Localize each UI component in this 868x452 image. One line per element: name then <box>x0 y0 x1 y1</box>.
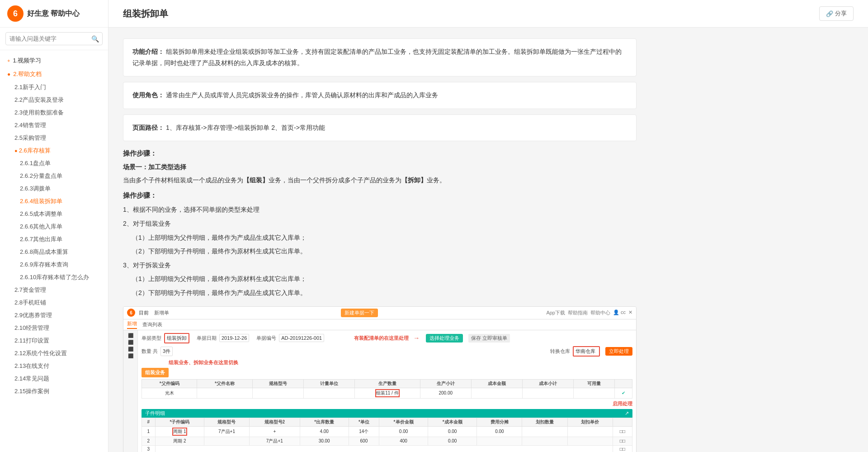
share-icon: 🔗 <box>826 10 833 17</box>
ltd-row1-4: 4.00 <box>300 426 349 437</box>
sidebar-item-finance[interactable]: 2.7资金管理 <box>0 284 108 296</box>
app-logo-sm: 6 <box>127 309 135 317</box>
ltd-row3-act: □□ <box>613 445 632 452</box>
role-label: 使用角色： <box>132 91 164 99</box>
path-label: 页面路径： <box>132 124 164 131</box>
sidebar-item-cases[interactable]: 2.15操作案例 <box>0 385 108 398</box>
sidebar-item-video[interactable]: + 1.视频学习 <box>0 54 108 67</box>
ltd-row2-6: 400 <box>379 437 428 445</box>
nav-tab-new[interactable]: 新增 <box>127 320 137 329</box>
center-icon: 帮助中心 <box>590 309 610 316</box>
expand-icon: ● <box>14 148 19 153</box>
lth-4: *出库数量 <box>300 418 349 426</box>
sidebar-item-purchase[interactable]: 2.5采购管理 <box>0 132 108 144</box>
nav-list: + 1.视频学习 ● 2.帮助文档 2.1新手入门 2.2产品安装及登录 2.3… <box>0 50 108 452</box>
app-icon: App下载 <box>546 309 565 316</box>
sidebar-item-2610[interactable]: 2.6.10库存账本错了怎么办 <box>0 271 108 284</box>
sidebar-item-data-prep[interactable]: 2.3使用前数据准备 <box>0 106 108 119</box>
scene1-heading: 场景一：加工类型选择 <box>123 163 637 171</box>
ltd-row1-2: 7产品+1 <box>204 426 249 437</box>
sidebar-item-faq[interactable]: 2.14常见问题 <box>0 372 108 385</box>
close-icon[interactable]: ✕ <box>628 309 632 316</box>
sidebar-item-coupon[interactable]: 2.9优惠券管理 <box>0 309 108 322</box>
app-body: ⬛ ⬛ ⬛ ⬛ 单据类型 组装拆卸 单据日期 2019-12-26 <box>123 330 636 452</box>
date-input[interactable]: 2019-12-26 <box>219 334 249 342</box>
extra-btn[interactable]: 保存 立即审核单 <box>468 334 510 343</box>
ltd-row2-1: 周期 2 <box>155 437 204 445</box>
sidebar-item-payment[interactable]: 2.13在线支付 <box>0 360 108 372</box>
search-input[interactable] <box>5 32 103 45</box>
table-row: 3 □□ <box>142 445 632 452</box>
sidebar-item-265[interactable]: 2.6.5成本调整单 <box>0 208 108 220</box>
sidebar-item-269[interactable]: 2.6.9库存账本查询 <box>0 258 108 271</box>
sidebar-item-267[interactable]: 2.6.7其他出库单 <box>0 233 108 246</box>
ops-section: 操作步骤： 场景一：加工类型选择 当由多个子件材料组装成一个成品的业务为【组装】… <box>123 149 637 299</box>
role-text: 通常由生产人员或库管人员完成拆装业务的操作，库管人员确认原材料的出库和产成品的入… <box>166 91 438 99</box>
table-row: 光木 组装11 / 件 200.00 ✔ <box>142 388 632 398</box>
new-doc-btn[interactable]: 新建单据一下 <box>341 309 378 317</box>
ltd-row2-2 <box>204 437 249 445</box>
sidebar-item-operations[interactable]: 2.10经营管理 <box>0 322 108 334</box>
num-input[interactable]: AD-20191226-001 <box>279 334 324 342</box>
th-4: 计量单位 <box>303 379 354 388</box>
td-act: ✔ <box>614 388 632 398</box>
content-area: 功能介绍： 组装拆卸单用来处理企业组装或拆卸等加工业务，支持有固定装配清单的产品… <box>108 28 651 452</box>
ltd-row2-7: 0.00 <box>428 437 477 445</box>
step2-2: （2）下部明细为子件明细，最终作为原材料生成其它出库单。 <box>123 245 637 257</box>
step3-2: （2）下部明细为子件明细，最终作为产成品生成其它入库单。 <box>123 287 637 299</box>
sidebar-item-264[interactable]: 2.6.4组装拆卸单 <box>0 195 108 208</box>
sidebar-item-install[interactable]: 2.2产品安装及登录 <box>0 94 108 106</box>
confirm-btn[interactable]: 立即处理 <box>605 347 632 356</box>
warehouse-label: 转换仓库 <box>550 348 570 355</box>
lth-8: 费用分摊 <box>477 418 522 426</box>
sidebar-item-personalize[interactable]: 2.12系统个性化设置 <box>0 347 108 360</box>
warehouse-input[interactable]: 华南仓库 <box>573 346 600 357</box>
lth-6: *单价金额 <box>379 418 428 426</box>
sidebar-item-helpdoc[interactable]: ● 2.帮助文档 <box>0 67 108 81</box>
td-1: 光木 <box>142 388 197 398</box>
th-8: 成本小计 <box>523 379 574 388</box>
td-6: 200.00 <box>420 388 471 398</box>
expand-icon: ● <box>7 71 10 77</box>
th-3: 规格型号 <box>252 379 303 388</box>
step3: 3、对于拆装业务 <box>123 259 637 271</box>
sidebar-item-263[interactable]: 2.6.3调拨单 <box>0 182 108 195</box>
step1: 1、根据不同的业务，选择不同单据的类型来处理 <box>123 204 637 216</box>
sidebar-item-262[interactable]: 2.6.2分量盘点单 <box>0 170 108 182</box>
th-6: 生产小计 <box>420 379 471 388</box>
ltd-row2-10 <box>567 437 613 445</box>
page-title: 组装拆卸单 <box>123 8 168 20</box>
lower-table-title: 子件明细 <box>145 410 165 417</box>
date-label: 单据日期 <box>197 335 217 342</box>
sidebar-item-inventory[interactable]: ● 2.6库存核算 <box>0 144 108 157</box>
th-1: *父件编码 <box>142 379 197 388</box>
process-btn[interactable]: 选择处理业务 <box>426 334 463 343</box>
sidebar-item-sales[interactable]: 2.4销售管理 <box>0 119 108 132</box>
sidebar-item-268[interactable]: 2.6.8商品成本重算 <box>0 246 108 258</box>
ops-steps-heading: 操作步骤： <box>123 191 637 200</box>
help-icon: 帮助指南 <box>568 309 588 316</box>
sidebar-icon-1: ⬛ <box>128 333 133 338</box>
th-9: 可用量 <box>574 379 614 388</box>
sidebar-item-261[interactable]: 2.6.1盘点单 <box>0 157 108 170</box>
user-icon: 👤 cc <box>613 309 626 316</box>
lth-0: # <box>142 418 156 426</box>
td-8 <box>523 388 574 398</box>
app-topbar: 6 目前 新增单 新建单据一下 App下载 帮助指南 帮助中心 👤 cc ✕ <box>123 307 636 319</box>
sidebar-item-print[interactable]: 2.11打印设置 <box>0 334 108 347</box>
ltd-row2-3: 7产品+1 <box>250 437 300 445</box>
td-9 <box>574 388 614 398</box>
annotation-3: 启用处理 <box>613 400 632 407</box>
expand-icon-lower[interactable]: ↗ <box>625 410 629 416</box>
sidebar-item-mobile[interactable]: 2.8手机旺铺 <box>0 296 108 309</box>
lth-10: 划扣单价 <box>567 418 613 426</box>
nav-tab-list[interactable]: 查询列表 <box>142 321 162 328</box>
ops-heading: 操作步骤： <box>123 149 637 158</box>
type-input[interactable]: 组装拆卸 <box>164 333 189 343</box>
sidebar-item-beginner[interactable]: 2.1新手入门 <box>0 81 108 94</box>
sidebar: 6 好生意 帮助中心 🔍 + 1.视频学习 ● 2.帮助文档 2.1新手入门 2… <box>0 0 108 452</box>
ltd-row2-5: 600 <box>349 437 379 445</box>
sidebar-item-266[interactable]: 2.6.6其他入库单 <box>0 220 108 233</box>
share-button[interactable]: 🔗 分享 <box>819 6 854 21</box>
main-header: 组装拆卸单 🔗 分享 <box>108 0 868 28</box>
